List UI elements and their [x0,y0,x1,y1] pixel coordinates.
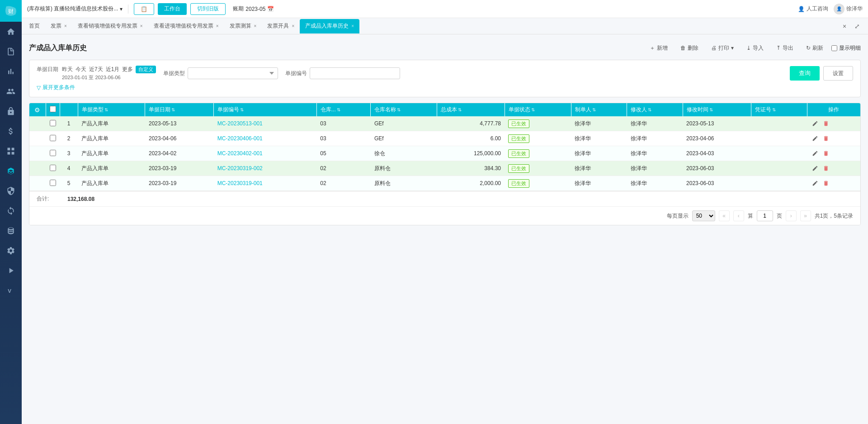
topbar-right: 👤 人工咨询 👤 徐泽华 [798,4,863,14]
th-total-cost[interactable]: 总成本⇅ [437,103,505,116]
sidebar-item-cycle[interactable] [0,201,22,221]
refresh-btn[interactable]: ↻ 刷新 [802,42,828,54]
td-number-link-3[interactable]: MC-20230319-002 [217,165,263,172]
delete-icon-4[interactable] [821,179,830,188]
tab-invoice[interactable]: 发票 × [45,19,72,33]
show-detail-label[interactable]: 显示明细 [831,44,861,52]
export-btn[interactable]: ⤒ 导出 [772,42,798,54]
select-all-checkbox[interactable] [50,106,56,112]
sidebar-item-document[interactable] [0,42,22,62]
edit-icon-3[interactable] [811,164,820,173]
td-num-3: 4 [60,161,78,176]
support-btn[interactable]: 👤 人工咨询 [798,5,828,13]
company-selector[interactable]: (库存核算) 直播轻纯通信息技术股份... ▾ [27,5,123,13]
delete-icon-2[interactable] [821,149,830,158]
tab-invoice-close[interactable]: × [64,24,67,29]
td-modifier-1: 徐泽华 [627,131,683,146]
row-checkbox-3[interactable] [50,165,56,171]
next-page-btn[interactable]: › [786,210,797,221]
sidebar-item-home[interactable] [0,22,22,42]
row-checkbox-1[interactable] [50,135,56,141]
prev-page-btn[interactable]: ‹ [733,210,744,221]
td-number-link-4[interactable]: MC-20230319-001 [217,180,263,186]
row-checkbox-0[interactable] [50,120,56,126]
tab-invoice-open[interactable]: 发票开具 × [262,19,300,33]
th-warehouse-name[interactable]: 仓库名称⇅ [371,103,437,116]
filter-type-select[interactable] [188,67,278,79]
sidebar-item-database[interactable] [0,221,22,241]
filter-date-custom[interactable]: 自定义 [136,66,156,73]
th-modify-time-sort-icon: ⇅ [709,107,713,112]
tab-expand-btn[interactable]: ⤢ [852,21,863,32]
query-btn[interactable]: 查询 [790,66,820,81]
td-number-link-2[interactable]: MC-20230402-001 [217,150,263,157]
th-voucher[interactable]: 凭证号⇅ [751,103,807,116]
sidebar-item-settings[interactable] [0,241,22,261]
edit-icon-1[interactable] [811,134,820,143]
sidebar-item-grid[interactable] [0,141,22,161]
first-page-btn[interactable]: « [719,210,730,221]
row-checkbox-4[interactable] [50,180,56,186]
th-modify-time[interactable]: 修改时间⇅ [683,103,751,116]
filter-expand-btn[interactable]: ▽ 展开更多条件 [37,84,853,91]
sidebar-item-finance[interactable] [0,121,22,141]
th-settings[interactable]: ⚙ [29,103,46,116]
edit-icon-4[interactable] [811,179,820,188]
set-btn[interactable]: 设置 [823,66,853,81]
tab-product-history-close[interactable]: × [351,24,354,29]
sidebar-item-users[interactable] [0,81,22,101]
th-warehouse-code[interactable]: 仓库...⇅ [316,103,371,116]
workbench-btn[interactable]: 工作台 [158,3,187,15]
filter-date-today[interactable]: 今天 [75,66,86,73]
td-number-link-0[interactable]: MC-20230513-001 [217,120,263,127]
tab-check-sales-close[interactable]: × [140,24,143,29]
page-number-input[interactable] [757,210,773,221]
filter-date-yesterday[interactable]: 昨天 [62,66,73,73]
filter-number-input[interactable] [310,67,400,79]
th-creator[interactable]: 制单人⇅ [571,103,627,116]
sidebar-item-box[interactable] [0,161,22,181]
sidebar-item-lock[interactable] [0,101,22,121]
td-type-0: 产品入库单 [78,116,145,131]
period-calendar-icon[interactable]: 📅 [267,6,274,12]
filter-date-more[interactable]: 更多 [122,66,133,73]
print-btn[interactable]: 🖨 打印 ▾ [707,42,738,54]
filter-date-7days[interactable]: 近7天 [89,66,103,73]
tab-home[interactable]: 首页 [24,19,45,33]
edit-icon-2[interactable] [811,149,820,158]
tab-invoice-calc-close[interactable]: × [254,24,257,29]
td-number-link-1[interactable]: MC-20230406-001 [217,135,263,142]
row-checkbox-2[interactable] [50,150,56,156]
last-page-btn[interactable]: » [800,210,811,221]
th-date[interactable]: 单据日期⇅ [145,103,214,116]
copy-btn[interactable]: 📋 [134,3,154,15]
tab-invoice-calc[interactable]: 发票测算 × [224,19,262,33]
delete-icon-0[interactable] [821,119,830,128]
main-area: (库存核算) 直播轻纯通信息技术股份... ▾ 📋 工作台 切到旧版 账期 20… [22,0,868,424]
import-btn[interactable]: ⤓ 导入 [742,42,768,54]
tab-close-all-btn[interactable]: × [839,21,850,32]
user-profile[interactable]: 👤 徐泽华 [834,4,863,14]
tab-check-purchase-close[interactable]: × [216,24,219,29]
delete-icon-1[interactable] [821,134,830,143]
delete-icon-3[interactable] [821,164,830,173]
sidebar-item-chart[interactable] [0,62,22,81]
th-number[interactable]: 单据编号⇅ [214,103,317,116]
delete-btn[interactable]: 🗑 删除 [676,42,703,54]
sidebar-item-play[interactable] [0,261,22,281]
tab-invoice-open-close[interactable]: × [292,24,294,29]
filter-date-1month[interactable]: 近1月 [106,66,120,73]
tab-check-sales[interactable]: 查看销项增值税专用发票 × [72,19,148,33]
switch-old-btn[interactable]: 切到旧版 [190,3,226,15]
tab-product-history[interactable]: 产成品入库单历史 × [300,19,359,33]
th-type[interactable]: 单据类型⇅ [78,103,145,116]
sidebar-item-stamp[interactable] [0,181,22,201]
sidebar-item-v[interactable]: V [0,281,22,300]
th-status[interactable]: 单据状态⇅ [505,103,571,116]
th-modifier[interactable]: 修改人⇅ [627,103,683,116]
new-btn[interactable]: ＋ 新增 [645,42,672,54]
show-detail-checkbox[interactable] [831,45,837,51]
edit-icon-0[interactable] [811,119,820,128]
tab-check-purchase[interactable]: 查看进项增值税专用发票 × [148,19,224,33]
per-page-select[interactable]: 50 10 20 100 [692,210,715,221]
